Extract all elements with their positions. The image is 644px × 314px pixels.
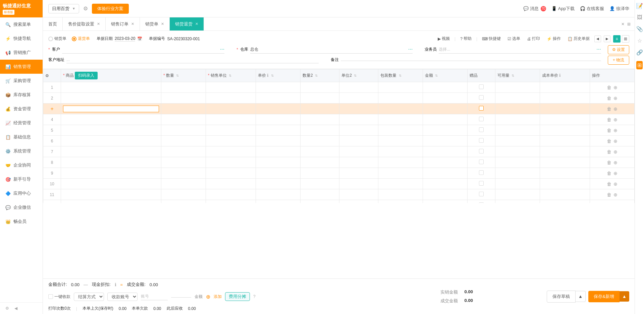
logistics-btn[interactable]: + 物流 — [608, 56, 629, 65]
sort-icon[interactable]: ⇅ — [354, 74, 357, 77]
price-cell[interactable] — [256, 93, 301, 104]
add-row-icon[interactable]: + — [50, 106, 53, 112]
delete-row-icon[interactable]: 🗑 — [607, 128, 611, 133]
gift-checkbox[interactable] — [479, 160, 484, 164]
settlement-method-select[interactable]: 结算方式 — [74, 293, 104, 301]
unit-cell[interactable] — [206, 104, 256, 114]
tab-close-icon[interactable]: ✕ — [161, 22, 164, 26]
sidebar-item-search[interactable]: 🔍 搜索菜单 — [0, 17, 43, 32]
qty-cell[interactable] — [161, 93, 206, 104]
delete-row-icon[interactable]: 🗑 — [607, 96, 611, 101]
scan-button[interactable]: 扫码录入 — [75, 72, 98, 79]
address-input[interactable]: ... — [66, 56, 319, 63]
gift-checkbox[interactable] — [479, 202, 484, 203]
amount-cell[interactable] — [423, 93, 468, 104]
copy-row-icon[interactable]: ⊕ — [613, 128, 618, 133]
sidebar-item-sales[interactable]: 📊 销售管理 — [0, 60, 43, 74]
sidebar-item-operations[interactable]: 📈 经营管理 — [0, 116, 43, 130]
message-button[interactable]: 💬 消息 70 — [523, 6, 546, 12]
one-click-collect-checkbox[interactable]: 一键收款 — [48, 294, 70, 300]
gift-checkbox[interactable] — [479, 192, 484, 196]
gift-checkbox[interactable] — [479, 170, 484, 175]
delete-row-icon[interactable]: 🗑 — [607, 160, 611, 165]
gift-checkbox[interactable] — [479, 95, 484, 100]
trial-button[interactable]: 体验行业方案 — [92, 4, 129, 14]
delete-row-icon[interactable]: 🗑 — [607, 138, 611, 144]
gift-checkbox[interactable] — [479, 106, 484, 111]
product-input-active[interactable] — [63, 106, 159, 112]
tab-sale-return[interactable]: 销货退货 ✕ — [170, 17, 204, 30]
calendar-icon[interactable]: 📅 — [137, 37, 142, 41]
product-cell[interactable] — [61, 93, 161, 104]
copy-row-icon[interactable]: ⊕ — [613, 160, 618, 165]
next-doc-icon[interactable]: ▶ — [604, 36, 610, 42]
tab-close-active-icon[interactable]: ✕ — [195, 22, 198, 26]
delete-row-icon[interactable]: 🗑 — [607, 181, 611, 187]
fee-info-icon[interactable]: ? — [253, 294, 256, 299]
sort-icon[interactable]: ⇅ — [399, 74, 401, 77]
settings-icon[interactable]: ⚙ — [5, 306, 9, 311]
product-cell[interactable] — [61, 82, 161, 93]
note-input[interactable] — [341, 59, 601, 61]
sidebar-item-basic[interactable]: 📋 基础信息 — [0, 130, 43, 144]
attachment-icon[interactable]: 📎 — [636, 26, 643, 32]
history-button[interactable]: 📋 历史单据 — [566, 35, 592, 43]
account-select[interactable]: 收款账号 — [107, 293, 138, 301]
pack-cell[interactable] — [378, 82, 423, 93]
staff-input[interactable]: 选择... ··· — [439, 45, 601, 54]
tab-sale-price[interactable]: 售价提取设置 ✕ — [63, 17, 106, 30]
tab-close-icon[interactable]: ✕ — [97, 22, 100, 26]
module-selector[interactable]: 日用百货 ▼ — [48, 4, 79, 13]
gift-checkbox[interactable] — [479, 181, 484, 186]
sidebar-item-member[interactable]: 👑 畅会员 — [0, 214, 43, 229]
shortcut-button[interactable]: ⌨ 快捷键 — [480, 35, 503, 43]
amount-field[interactable] — [171, 296, 191, 298]
save-draft-button[interactable]: 保存草稿 — [547, 291, 576, 303]
amount-cell[interactable] — [423, 82, 468, 93]
copy-row-icon[interactable]: ⊕ — [613, 106, 618, 112]
radio-return[interactable]: 退货单 — [72, 36, 90, 42]
topbar-gear-icon[interactable]: ⚙ — [83, 5, 88, 12]
sidebar-item-inventory[interactable]: 📦 库存核算 — [0, 88, 43, 102]
pack-cell[interactable] — [378, 93, 423, 104]
delete-row-icon[interactable]: 🗑 — [607, 85, 611, 90]
star-icon[interactable]: ☆ — [637, 38, 642, 44]
qr-icon[interactable]: ⊞ — [636, 61, 643, 69]
add-button[interactable]: ⊕ — [206, 294, 210, 300]
price-cell[interactable] — [256, 82, 301, 93]
sidebar-item-apps[interactable]: 🔷 应用中心 — [0, 186, 43, 200]
delete-row-icon[interactable]: 🗑 — [607, 203, 611, 203]
gift-checkbox[interactable] — [479, 84, 484, 89]
gift-checkbox[interactable] — [479, 127, 484, 132]
user-menu[interactable]: 👤 徐泽华 — [609, 6, 629, 12]
account-placeholder[interactable]: 账号 — [141, 293, 168, 300]
sort-icon[interactable]: ⇅ — [229, 74, 231, 77]
sidebar-item-finance[interactable]: 💰 资金管理 — [0, 102, 43, 116]
operation-button[interactable]: ⚡ 操作 — [545, 35, 563, 43]
copy-row-icon[interactable]: ⊕ — [613, 85, 618, 90]
price-cell[interactable] — [256, 104, 301, 114]
warehouse-input[interactable]: 总仓 ··· — [250, 45, 413, 54]
avail-cell[interactable] — [495, 93, 540, 104]
qty-cell[interactable] — [161, 104, 206, 114]
equals-icon[interactable]: = — [120, 282, 123, 287]
tab-sale-delivery[interactable]: 销货单 ✕ — [140, 17, 170, 30]
sidebar-item-system[interactable]: ⚙️ 系统管理 — [0, 144, 43, 158]
grid-view-btn[interactable]: ⊞ — [622, 35, 629, 43]
setting-icon[interactable]: ⚙ — [45, 73, 49, 78]
amount-cell[interactable] — [423, 104, 468, 114]
note-icon[interactable]: 📝 — [636, 3, 643, 9]
copy-row-icon[interactable]: ⊕ — [613, 138, 618, 144]
avail-cell[interactable] — [495, 104, 540, 114]
delete-row-icon[interactable]: 🗑 — [607, 192, 611, 197]
unit-cell[interactable] — [206, 82, 256, 93]
delete-row-icon[interactable]: 🗑 — [607, 106, 611, 112]
tab-expand-icon[interactable]: ⊞ — [627, 22, 631, 26]
sidebar-item-purchase[interactable]: 🛒 采购管理 — [0, 74, 43, 88]
unit2-cell[interactable] — [339, 93, 378, 104]
collapse-icon[interactable]: ◀ — [14, 306, 17, 311]
sidebar-item-shortcut[interactable]: ⚡ 快捷导航 — [0, 32, 43, 46]
product-cell[interactable] — [61, 104, 161, 114]
copy-row-icon[interactable]: ⊕ — [613, 96, 618, 101]
tab-close-icon[interactable]: ✕ — [131, 22, 134, 26]
